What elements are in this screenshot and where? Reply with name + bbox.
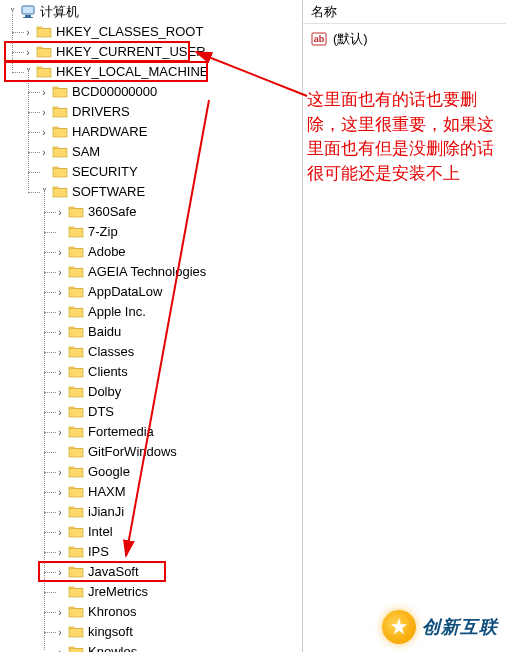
folder-icon — [68, 624, 84, 640]
tree-node-label: 360Safe — [88, 202, 136, 222]
tree-node[interactable]: ›IPS — [0, 542, 302, 562]
tree-node[interactable]: ›JavaSoft — [0, 562, 302, 582]
tree-node-label: SECURITY — [72, 162, 138, 182]
tree-node-label: Fortemedia — [88, 422, 154, 442]
tree-node[interactable]: ›Apple Inc. — [0, 302, 302, 322]
tree-node[interactable]: ›HKEY_CURRENT_USER — [0, 42, 302, 62]
folder-icon — [68, 484, 84, 500]
tree-node[interactable]: ›Dolby — [0, 382, 302, 402]
tree-node[interactable]: ›Fortemedia — [0, 422, 302, 442]
folder-icon — [68, 384, 84, 400]
value-name-default: (默认) — [333, 30, 368, 48]
tree-node-label: Intel — [88, 522, 113, 542]
tree-node[interactable]: ›kingsoft — [0, 622, 302, 642]
string-value-icon: ab — [311, 31, 327, 47]
folder-icon — [36, 24, 52, 40]
tree-node-label: HKEY_CLASSES_ROOT — [56, 22, 203, 42]
annotation-text: 这里面也有的话也要删除，这里很重要，如果这里面也有但是没删除的话很可能还是安装不… — [307, 88, 506, 187]
tree-node[interactable]: ›DRIVERS — [0, 102, 302, 122]
tree-node-label: HARDWARE — [72, 122, 147, 142]
tree-node[interactable]: 7-Zip — [0, 222, 302, 242]
tree-node-label: kingsoft — [88, 622, 133, 642]
folder-icon — [68, 284, 84, 300]
tree-node[interactable]: ›Clients — [0, 362, 302, 382]
column-header-name[interactable]: 名称 — [303, 0, 506, 24]
tree-node[interactable]: ›Intel — [0, 522, 302, 542]
tree-node[interactable]: ›iJianJi — [0, 502, 302, 522]
folder-icon — [68, 544, 84, 560]
chevron-right-icon[interactable]: › — [52, 644, 68, 652]
tree-node[interactable]: SECURITY — [0, 162, 302, 182]
tree-node[interactable]: GitForWindows — [0, 442, 302, 462]
folder-icon — [68, 224, 84, 240]
tree-node-label: IPS — [88, 542, 109, 562]
tree-node[interactable]: ›Knowles — [0, 642, 302, 652]
folder-icon — [68, 444, 84, 460]
computer-icon — [20, 4, 36, 20]
tree-node[interactable]: ›AGEIA Technologies — [0, 262, 302, 282]
tree-node-label: iJianJi — [88, 502, 124, 522]
folder-icon — [68, 364, 84, 380]
tree-node-label: AppDataLow — [88, 282, 162, 302]
tree-node-label: BCD00000000 — [72, 82, 157, 102]
folder-icon — [52, 124, 68, 140]
folder-icon — [68, 584, 84, 600]
svg-rect-0 — [22, 6, 34, 14]
folder-icon — [52, 184, 68, 200]
tree-node[interactable]: ˅计算机 — [0, 2, 302, 22]
tree-node[interactable]: ›Adobe — [0, 242, 302, 262]
tree-node[interactable]: ›Google — [0, 462, 302, 482]
tree-node[interactable]: JreMetrics — [0, 582, 302, 602]
tree-node[interactable]: ›360Safe — [0, 202, 302, 222]
folder-icon — [68, 604, 84, 620]
tree-node-label: 计算机 — [40, 2, 79, 22]
folder-icon — [68, 464, 84, 480]
watermark-badge-icon — [382, 610, 416, 644]
folder-icon — [68, 404, 84, 420]
folder-icon — [68, 244, 84, 260]
svg-rect-2 — [23, 17, 33, 18]
registry-tree-pane[interactable]: ˅计算机›HKEY_CLASSES_ROOT›HKEY_CURRENT_USER… — [0, 0, 303, 652]
tree-node[interactable]: ›HAXM — [0, 482, 302, 502]
tree-node-label: DTS — [88, 402, 114, 422]
folder-icon — [36, 64, 52, 80]
folder-icon — [68, 424, 84, 440]
tree-node-label: HKEY_CURRENT_USER — [56, 42, 206, 62]
tree-node-label: Khronos — [88, 602, 136, 622]
tree-node-label: JreMetrics — [88, 582, 148, 602]
tree-node-label: SAM — [72, 142, 100, 162]
folder-icon — [52, 104, 68, 120]
tree-node[interactable]: ›AppDataLow — [0, 282, 302, 302]
tree-node[interactable]: ›SAM — [0, 142, 302, 162]
tree-node[interactable]: ›HARDWARE — [0, 122, 302, 142]
watermark-text: 创新互联 — [422, 615, 498, 639]
svg-text:ab: ab — [314, 34, 325, 44]
folder-icon — [52, 164, 68, 180]
tree-node[interactable]: ›BCD00000000 — [0, 82, 302, 102]
svg-rect-1 — [25, 15, 31, 17]
folder-icon — [68, 304, 84, 320]
folder-icon — [68, 644, 84, 652]
value-row-default[interactable]: ab (默认) — [311, 30, 498, 48]
tree-node-label: Classes — [88, 342, 134, 362]
tree-node-label: GitForWindows — [88, 442, 177, 462]
tree-node[interactable]: ›HKEY_CLASSES_ROOT — [0, 22, 302, 42]
tree-node[interactable]: ›DTS — [0, 402, 302, 422]
tree-node[interactable]: ›Baidu — [0, 322, 302, 342]
tree-node[interactable]: ˅SOFTWARE — [0, 182, 302, 202]
tree-node-label: Adobe — [88, 242, 126, 262]
tree-node[interactable]: ˅HKEY_LOCAL_MACHINE — [0, 62, 302, 82]
tree-node-label: AGEIA Technologies — [88, 262, 206, 282]
tree-node[interactable]: ›Khronos — [0, 602, 302, 622]
folder-icon — [36, 44, 52, 60]
folder-icon — [52, 144, 68, 160]
tree-node-label: SOFTWARE — [72, 182, 145, 202]
folder-icon — [68, 344, 84, 360]
registry-tree: ˅计算机›HKEY_CLASSES_ROOT›HKEY_CURRENT_USER… — [0, 0, 302, 652]
folder-icon — [68, 524, 84, 540]
folder-icon — [68, 564, 84, 580]
tree-node[interactable]: ›Classes — [0, 342, 302, 362]
tree-node-label: JavaSoft — [88, 562, 139, 582]
tree-node-label: 7-Zip — [88, 222, 118, 242]
tree-node-label: Baidu — [88, 322, 121, 342]
